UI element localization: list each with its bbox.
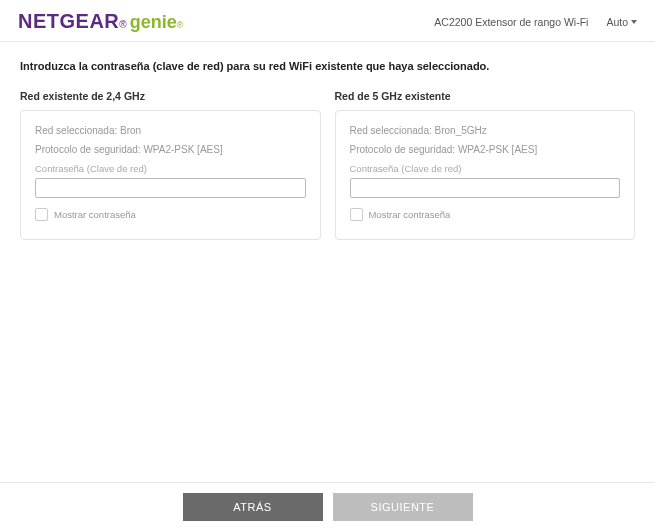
panel-5ghz-column: Red de 5 GHz existente Red seleccionada:… bbox=[335, 90, 636, 240]
logo: NETGEAR® genie® bbox=[18, 10, 183, 33]
selected-network-5: Red seleccionada: Bron_5GHz bbox=[350, 125, 621, 136]
security-prefix: Protocolo de seguridad: bbox=[35, 144, 143, 155]
password-input-5[interactable] bbox=[350, 178, 621, 198]
selected-prefix: Red seleccionada: bbox=[35, 125, 120, 136]
show-password-row-24[interactable]: Mostrar contraseña bbox=[35, 208, 306, 221]
registered-icon: ® bbox=[177, 20, 184, 30]
chevron-down-icon bbox=[631, 20, 637, 24]
security-value: WPA2-PSK [AES] bbox=[458, 144, 537, 155]
product-name: AC2200 Extensor de rango Wi-Fi bbox=[434, 16, 588, 28]
panel-5ghz: Red seleccionada: Bron_5GHz Protocolo de… bbox=[335, 110, 636, 240]
language-select[interactable]: Auto bbox=[606, 16, 637, 28]
footer: ATRÁS SIGUIENTE bbox=[0, 482, 655, 529]
registered-icon: ® bbox=[119, 19, 126, 30]
panel-24ghz-column: Red existente de 2,4 GHz Red seleccionad… bbox=[20, 90, 321, 240]
panel-24ghz: Red seleccionada: Bron Protocolo de segu… bbox=[20, 110, 321, 240]
content: Introduzca la contraseña (clave de red) … bbox=[0, 42, 655, 240]
security-prefix: Protocolo de seguridad: bbox=[350, 144, 458, 155]
logo-sub: genie bbox=[130, 12, 177, 33]
next-button[interactable]: SIGUIENTE bbox=[333, 493, 473, 521]
show-password-checkbox-5[interactable] bbox=[350, 208, 363, 221]
panels-row: Red existente de 2,4 GHz Red seleccionad… bbox=[20, 90, 635, 240]
show-password-checkbox-24[interactable] bbox=[35, 208, 48, 221]
selected-network-24: Red seleccionada: Bron bbox=[35, 125, 306, 136]
show-password-label-5: Mostrar contraseña bbox=[369, 209, 451, 220]
selected-name: Bron_5GHz bbox=[435, 125, 487, 136]
selected-name: Bron bbox=[120, 125, 141, 136]
security-protocol-24: Protocolo de seguridad: WPA2-PSK [AES] bbox=[35, 144, 306, 155]
back-button[interactable]: ATRÁS bbox=[183, 493, 323, 521]
security-value: WPA2-PSK [AES] bbox=[143, 144, 222, 155]
show-password-label-24: Mostrar contraseña bbox=[54, 209, 136, 220]
logo-main: NETGEAR bbox=[18, 10, 119, 33]
panel-24ghz-title: Red existente de 2,4 GHz bbox=[20, 90, 321, 102]
header: NETGEAR® genie® AC2200 Extensor de rango… bbox=[0, 0, 655, 42]
language-label: Auto bbox=[606, 16, 628, 28]
show-password-row-5[interactable]: Mostrar contraseña bbox=[350, 208, 621, 221]
selected-prefix: Red seleccionada: bbox=[350, 125, 435, 136]
security-protocol-5: Protocolo de seguridad: WPA2-PSK [AES] bbox=[350, 144, 621, 155]
panel-5ghz-title: Red de 5 GHz existente bbox=[335, 90, 636, 102]
password-input-24[interactable] bbox=[35, 178, 306, 198]
header-right: AC2200 Extensor de rango Wi-Fi Auto bbox=[434, 16, 637, 28]
password-label-24: Contraseña (Clave de red) bbox=[35, 163, 306, 174]
instructions-text: Introduzca la contraseña (clave de red) … bbox=[20, 60, 635, 72]
password-label-5: Contraseña (Clave de red) bbox=[350, 163, 621, 174]
